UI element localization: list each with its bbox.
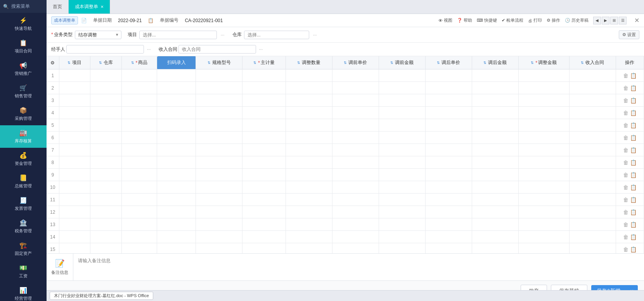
table-cell[interactable]	[59, 156, 90, 169]
table-cell[interactable]	[157, 194, 196, 206]
table-cell[interactable]	[59, 194, 90, 206]
delete-icon[interactable]: 🗑	[623, 85, 628, 91]
table-cell[interactable]	[332, 82, 379, 94]
table-cell[interactable]	[332, 194, 379, 206]
table-cell[interactable]	[425, 144, 472, 156]
delete-icon[interactable]: 🗑	[623, 135, 628, 141]
handler-more-btn[interactable]: ···	[145, 47, 152, 52]
tab-home[interactable]: 首页	[47, 0, 69, 14]
copy-icon[interactable]: 📋	[630, 85, 637, 91]
sidebar-item-sales-promo[interactable]: 📢 营销推广	[0, 58, 47, 80]
copy-icon[interactable]: 📋	[630, 97, 637, 104]
table-cell[interactable]	[196, 131, 242, 144]
copy-icon[interactable]: 📋	[630, 246, 637, 253]
table-cell[interactable]	[242, 94, 286, 107]
table-cell[interactable]	[569, 194, 616, 206]
table-cell[interactable]	[121, 243, 157, 254]
table-cell[interactable]	[472, 231, 518, 243]
table-cell[interactable]	[332, 181, 379, 194]
table-cell[interactable]	[242, 218, 286, 231]
handler-input[interactable]	[66, 45, 144, 54]
table-cell[interactable]	[286, 169, 332, 181]
delete-icon[interactable]: 🗑	[623, 147, 628, 153]
table-cell[interactable]	[379, 69, 425, 82]
copy-icon[interactable]: 📋	[630, 135, 637, 141]
table-cell[interactable]	[472, 243, 518, 254]
table-cell[interactable]	[286, 131, 332, 144]
table-cell[interactable]	[157, 243, 196, 254]
table-cell[interactable]	[332, 231, 379, 243]
table-cell[interactable]	[569, 181, 616, 194]
table-cell[interactable]	[121, 144, 157, 156]
biz-type-select[interactable]: 结存调整	[75, 31, 121, 39]
table-cell[interactable]	[242, 243, 286, 254]
table-cell[interactable]	[90, 169, 122, 181]
delete-icon[interactable]: 🗑	[623, 122, 628, 128]
table-cell[interactable]	[425, 131, 472, 144]
table-cell[interactable]	[59, 206, 90, 218]
table-cell[interactable]	[90, 144, 122, 156]
table-cell[interactable]	[569, 94, 616, 107]
table-cell[interactable]	[518, 131, 569, 144]
table-cell[interactable]	[569, 119, 616, 131]
nav-prev-btn[interactable]: ◀	[593, 17, 601, 24]
sidebar-item-capital-mgmt[interactable]: 💰 资金管理	[0, 148, 47, 170]
table-cell[interactable]	[242, 194, 286, 206]
delete-icon[interactable]: 🗑	[623, 221, 628, 228]
remark-input[interactable]	[73, 254, 644, 280]
table-cell[interactable]	[90, 119, 122, 131]
sidebar-item-sales-mgmt[interactable]: 🛒 销售管理	[0, 80, 47, 103]
table-cell[interactable]	[569, 69, 616, 82]
table-cell[interactable]	[286, 218, 332, 231]
table-cell[interactable]	[425, 218, 472, 231]
shortcut-btn[interactable]: ⌨ 快捷键	[477, 17, 497, 23]
table-cell[interactable]	[518, 206, 569, 218]
table-cell[interactable]	[90, 218, 122, 231]
table-cell[interactable]	[518, 194, 569, 206]
table-cell[interactable]	[569, 231, 616, 243]
table-cell[interactable]	[425, 206, 472, 218]
income-contract-input[interactable]	[178, 45, 256, 54]
table-cell[interactable]	[121, 119, 157, 131]
table-cell[interactable]	[518, 181, 569, 194]
table-cell[interactable]	[157, 119, 196, 131]
table-cell[interactable]	[472, 82, 518, 94]
table-cell[interactable]	[569, 218, 616, 231]
table-cell[interactable]	[425, 181, 472, 194]
table-cell[interactable]	[286, 119, 332, 131]
table-cell[interactable]	[379, 107, 425, 119]
copy-icon[interactable]: 📋	[630, 172, 637, 178]
table-cell[interactable]	[472, 156, 518, 169]
table-cell[interactable]	[425, 69, 472, 82]
table-cell[interactable]	[242, 206, 286, 218]
table-cell[interactable]	[472, 69, 518, 82]
table-cell[interactable]	[59, 131, 90, 144]
table-cell[interactable]	[569, 206, 616, 218]
table-cell[interactable]	[121, 107, 157, 119]
grid-view-btn[interactable]: ⊞	[610, 17, 618, 24]
table-cell[interactable]	[121, 94, 157, 107]
delete-icon[interactable]: 🗑	[623, 197, 628, 203]
table-cell[interactable]	[332, 144, 379, 156]
sidebar-item-invoice-mgmt[interactable]: 🧾 发票管理	[0, 193, 47, 215]
copy-icon[interactable]: 📋	[630, 147, 637, 153]
table-cell[interactable]	[332, 131, 379, 144]
table-cell[interactable]	[157, 218, 196, 231]
table-cell[interactable]	[121, 131, 157, 144]
table-cell[interactable]	[332, 206, 379, 218]
table-cell[interactable]	[59, 231, 90, 243]
table-cell[interactable]	[59, 144, 90, 156]
taskbar-item[interactable]: 木门行业好业财处理方案-墓红红.doc - WPS Office	[50, 292, 153, 300]
table-cell[interactable]	[518, 94, 569, 107]
sidebar-item-ops-mgmt[interactable]: 📊 经营管理	[0, 283, 47, 301]
table-cell[interactable]	[425, 231, 472, 243]
table-cell[interactable]	[90, 231, 122, 243]
warehouse-input[interactable]	[244, 31, 309, 39]
ops-btn[interactable]: ⚙ 操作	[547, 17, 560, 23]
table-cell[interactable]	[121, 169, 157, 181]
table-cell[interactable]	[242, 69, 286, 82]
delete-icon[interactable]: 🗑	[623, 159, 628, 166]
table-cell[interactable]	[286, 144, 332, 156]
table-cell[interactable]	[242, 131, 286, 144]
table-cell[interactable]	[196, 82, 242, 94]
